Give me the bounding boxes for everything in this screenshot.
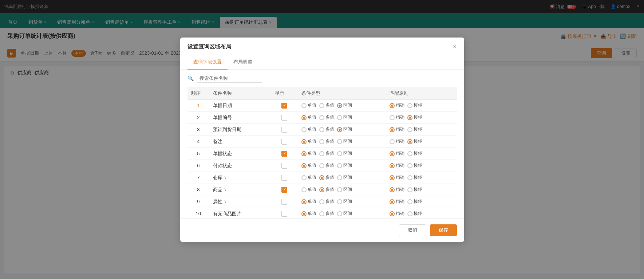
- match-option-0[interactable]: 精确: [390, 126, 404, 133]
- radio-circle: [319, 211, 324, 216]
- type-option-1[interactable]: 多值: [319, 162, 334, 169]
- row-type: 单值多值区间: [298, 160, 386, 172]
- type-option-2[interactable]: 区间: [337, 199, 352, 205]
- type-option-1[interactable]: 多值: [319, 174, 334, 181]
- row-display[interactable]: [271, 196, 298, 208]
- type-option-1[interactable]: 多值: [319, 211, 334, 217]
- match-option-0[interactable]: 精确: [390, 211, 404, 217]
- type-option-1[interactable]: 多值: [319, 114, 334, 121]
- row-name: 属性 ∨: [209, 196, 271, 208]
- type-option-2[interactable]: 区间: [337, 138, 352, 145]
- row-name: 备注: [209, 135, 271, 148]
- type-option-2[interactable]: 区间: [337, 150, 352, 157]
- dialog-search-area: 🔍: [180, 70, 464, 87]
- match-option-1[interactable]: 模糊: [407, 138, 422, 145]
- display-checkbox[interactable]: [281, 127, 287, 133]
- table-row: 9属性 ∨单值多值区间精确模糊: [187, 196, 457, 208]
- type-option-0[interactable]: 单值: [301, 199, 316, 205]
- row-display[interactable]: [271, 135, 298, 148]
- save-button[interactable]: 保存: [430, 224, 457, 236]
- row-order: 7: [187, 172, 210, 184]
- display-checkbox[interactable]: ✓: [281, 187, 287, 193]
- radio-circle: [407, 115, 412, 120]
- row-match: 精确模糊: [386, 123, 457, 135]
- row-name: 有无商品图片: [209, 208, 271, 218]
- type-option-0[interactable]: 单值: [301, 126, 316, 133]
- match-option-1[interactable]: 模糊: [407, 162, 422, 169]
- row-display[interactable]: ✓: [271, 184, 298, 196]
- type-option-1[interactable]: 多值: [319, 102, 334, 109]
- dialog-close-button[interactable]: ×: [453, 43, 457, 50]
- row-match: 精确模糊: [386, 184, 457, 196]
- type-option-2[interactable]: 区间: [337, 114, 352, 121]
- dialog-tab-layout[interactable]: 布局调整: [228, 55, 258, 70]
- type-option-0[interactable]: 单值: [301, 211, 316, 217]
- type-option-2[interactable]: 区间: [337, 186, 352, 193]
- display-checkbox[interactable]: ✓: [281, 103, 287, 109]
- display-checkbox[interactable]: [281, 163, 287, 169]
- type-option-2[interactable]: 区间: [337, 211, 352, 217]
- row-type: 单值多值区间: [298, 172, 386, 184]
- type-option-0[interactable]: 单值: [301, 114, 316, 121]
- type-option-2[interactable]: 区间: [337, 126, 352, 133]
- row-display[interactable]: [271, 111, 298, 123]
- radio-circle: [337, 103, 342, 108]
- radio-circle: [319, 139, 324, 144]
- match-option-0[interactable]: 精确: [390, 150, 404, 157]
- match-option-0[interactable]: 精确: [390, 114, 404, 121]
- match-option-0[interactable]: 精确: [390, 162, 404, 169]
- match-option-0[interactable]: 精确: [390, 199, 404, 205]
- row-display[interactable]: [271, 172, 298, 184]
- match-option-0[interactable]: 精确: [390, 186, 404, 193]
- display-checkbox[interactable]: [281, 175, 287, 181]
- row-display[interactable]: ✓: [271, 99, 298, 111]
- type-option-0[interactable]: 单值: [301, 186, 316, 193]
- match-option-0[interactable]: 精确: [390, 102, 404, 109]
- type-option-1[interactable]: 多值: [319, 150, 334, 157]
- row-name: 仓库 ∨: [209, 172, 271, 184]
- row-display[interactable]: ✓: [271, 148, 298, 160]
- type-option-0[interactable]: 单值: [301, 138, 316, 145]
- radio-circle: [390, 199, 395, 204]
- match-option-1[interactable]: 模糊: [407, 150, 422, 157]
- type-option-0[interactable]: 单值: [301, 102, 316, 109]
- th-type: 条件类型: [298, 87, 386, 100]
- cancel-button[interactable]: 取消: [399, 224, 426, 236]
- type-option-1[interactable]: 多值: [319, 126, 334, 133]
- row-order: 5: [187, 148, 210, 160]
- match-option-1[interactable]: 模糊: [407, 102, 422, 109]
- match-option-1[interactable]: 模糊: [407, 126, 422, 133]
- dialog-tab-query[interactable]: 查询字段设置: [187, 55, 228, 70]
- display-checkbox[interactable]: [281, 139, 287, 145]
- row-match: 精确模糊: [386, 99, 457, 111]
- row-order: 6: [187, 160, 210, 172]
- match-option-1[interactable]: 模糊: [407, 211, 422, 217]
- type-option-1[interactable]: 多值: [319, 199, 334, 205]
- match-option-1[interactable]: 模糊: [407, 186, 422, 193]
- display-checkbox[interactable]: [281, 115, 287, 121]
- radio-circle: [337, 151, 342, 156]
- search-input[interactable]: [197, 74, 262, 83]
- match-option-0[interactable]: 精确: [390, 138, 404, 145]
- row-display[interactable]: [271, 123, 298, 135]
- type-option-2[interactable]: 区间: [337, 102, 352, 109]
- type-option-0[interactable]: 单值: [301, 162, 316, 169]
- match-option-1[interactable]: 模糊: [407, 174, 422, 181]
- type-option-1[interactable]: 多值: [319, 186, 334, 193]
- type-option-0[interactable]: 单值: [301, 150, 316, 157]
- display-checkbox[interactable]: [281, 199, 287, 205]
- type-option-2[interactable]: 区间: [337, 174, 352, 181]
- row-display[interactable]: [271, 208, 298, 218]
- row-display[interactable]: [271, 160, 298, 172]
- type-option-2[interactable]: 区间: [337, 162, 352, 169]
- type-option-0[interactable]: 单值: [301, 174, 316, 181]
- type-option-1[interactable]: 多值: [319, 138, 334, 145]
- match-option-0[interactable]: 精确: [390, 174, 404, 181]
- radio-circle: [390, 187, 395, 192]
- match-option-1[interactable]: 模糊: [407, 199, 422, 205]
- radio-circle: [337, 211, 342, 216]
- display-checkbox[interactable]: ✓: [281, 151, 287, 157]
- display-checkbox[interactable]: [281, 211, 287, 217]
- match-option-1[interactable]: 模糊: [407, 114, 422, 121]
- radio-circle: [301, 163, 307, 168]
